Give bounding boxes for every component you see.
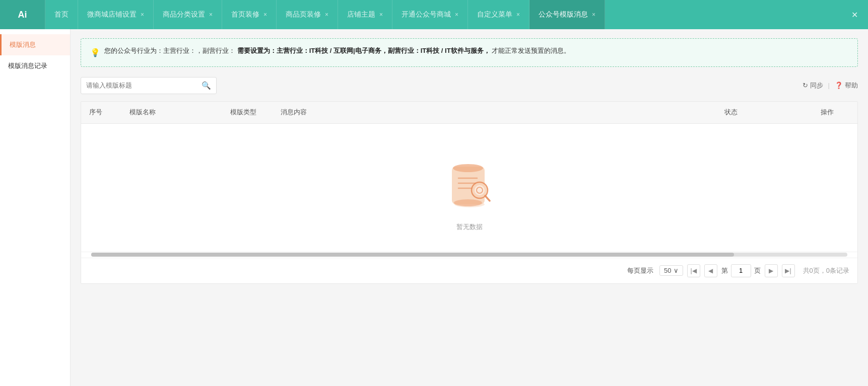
total-info: 共0页，0条记录 [803, 266, 849, 275]
nav-tab-custom-menu[interactable]: 自定义菜单 × [468, 0, 529, 29]
search-icon[interactable]: 🔍 [202, 81, 211, 90]
close-home-decor[interactable]: × [263, 11, 267, 18]
main-layout: 模版消息 模版消息记录 💡 您的公众号行业为：主营行业：，副营行业： 需要设置为… [0, 29, 868, 386]
last-page-button[interactable]: ▶| [782, 264, 795, 277]
table-header: 序号 模版名称 模版类型 消息内容 状态 操作 [81, 102, 857, 124]
search-box: 🔍 [81, 77, 217, 94]
logo-tab: Ai [0, 0, 45, 29]
sidebar-item-template-msg[interactable]: 模版消息 [0, 34, 70, 55]
help-circle-icon: ❓ [835, 82, 843, 89]
nav-tab-shop-theme-label: 店铺主题 [347, 10, 375, 19]
th-action-label: 操作 [821, 108, 834, 117]
th-index-label: 序号 [89, 108, 102, 117]
nav-tab-shop-settings-label: 微商城店铺设置 [87, 10, 137, 19]
info-banner-text: 您的公众号行业为：主营行业：，副营行业： 需要设置为：主营行业：IT科技 / 互… [104, 46, 570, 56]
first-page-button[interactable]: |◀ [687, 264, 700, 277]
svg-point-3 [454, 199, 482, 206]
sidebar-item-template-log-label: 模版消息记录 [8, 62, 47, 69]
sidebar: 模版消息 模版消息记录 [0, 29, 71, 386]
th-action: 操作 [797, 108, 857, 117]
sidebar-item-template-msg-label: 模版消息 [10, 41, 36, 48]
info-banner: 💡 您的公众号行业为：主营行业：，副营行业： 需要设置为：主营行业：IT科技 /… [81, 38, 858, 67]
nav-tab-product-decor[interactable]: 商品页装修 × [277, 0, 338, 29]
nav-tab-product-category-label: 商品分类设置 [163, 10, 205, 19]
th-status-label: 状态 [724, 108, 738, 117]
th-index: 序号 [81, 108, 121, 117]
info-prefix: 您的公众号行业为：主营行业：，副营行业： [104, 47, 235, 54]
th-type: 模版类型 [222, 108, 273, 117]
pagination: 每页显示 50 ∨ |◀ ◀ 第 页 ▶ ▶| 共0页，0条记录 [81, 258, 857, 283]
sync-button[interactable]: ↻ 同步 [803, 81, 823, 90]
close-product-category[interactable]: × [209, 11, 213, 18]
search-input[interactable] [86, 82, 198, 89]
nav-tab-custom-menu-label: 自定义菜单 [477, 10, 512, 19]
search-row: 🔍 ↻ 同步 | ❓ 帮助 [81, 77, 858, 94]
close-open-mall[interactable]: × [455, 11, 458, 18]
per-page-select[interactable]: 50 ∨ [659, 265, 683, 276]
empty-state: 暂无数据 [81, 124, 857, 252]
info-suffix: 才能正常发送预置的消息。 [492, 47, 570, 54]
table-wrapper: 序号 模版名称 模版类型 消息内容 状态 操作 [81, 101, 858, 284]
sidebar-item-template-log[interactable]: 模版消息记录 [0, 55, 70, 76]
help-label: 帮助 [845, 81, 858, 90]
per-page-label: 每页显示 [627, 266, 653, 275]
sync-help-area: ↻ 同步 | ❓ 帮助 [803, 81, 858, 90]
nav-tab-template-msg-label: 公众号模版消息 [539, 10, 588, 19]
content-area: 💡 您的公众号行业为：主营行业：，副营行业： 需要设置为：主营行业：IT科技 /… [71, 29, 868, 386]
th-content-label: 消息内容 [281, 108, 307, 117]
scrollbar-row [81, 252, 857, 258]
th-content: 消息内容 [273, 108, 716, 117]
close-shop-theme[interactable]: × [379, 11, 383, 18]
empty-state-icon [439, 154, 500, 214]
toolbar-divider: | [828, 82, 830, 89]
sync-icon: ↻ [803, 82, 808, 89]
page-label-text: 第 [721, 266, 728, 275]
chevron-down-icon: ∨ [674, 267, 679, 274]
nav-tab-product-category[interactable]: 商品分类设置 × [154, 0, 222, 29]
nav-tab-open-mall-label: 开通公众号商城 [402, 10, 451, 19]
close-product-decor[interactable]: × [325, 11, 328, 18]
page-number-input[interactable] [731, 264, 751, 277]
close-all-tabs-button[interactable]: ✕ [841, 0, 868, 29]
page-unit-text: 页 [754, 266, 761, 275]
nav-tab-template-msg[interactable]: 公众号模版消息 × [529, 0, 605, 29]
nav-tab-shop-theme[interactable]: 店铺主题 × [338, 0, 392, 29]
scrollbar-thumb[interactable] [91, 253, 734, 257]
nav-tab-home-label: 首页 [54, 10, 69, 19]
nav-tab-home-decor[interactable]: 首页装修 × [222, 0, 277, 29]
empty-text: 暂无数据 [456, 222, 483, 231]
close-template-msg[interactable]: × [592, 11, 595, 18]
scrollbar-track [91, 253, 847, 257]
nav-tab-home[interactable]: 首页 [45, 0, 78, 29]
sync-label: 同步 [810, 81, 823, 90]
th-name-label: 模版名称 [129, 108, 156, 117]
page-input-area: 第 页 [721, 264, 761, 277]
nav-tab-shop-settings[interactable]: 微商城店铺设置 × [78, 0, 154, 29]
logo-text: Ai [18, 10, 27, 20]
close-shop-settings[interactable]: × [141, 11, 144, 18]
close-custom-menu[interactable]: × [516, 11, 520, 18]
th-type-label: 模版类型 [230, 108, 256, 117]
top-nav: Ai 首页 微商城店铺设置 × 商品分类设置 × 首页装修 × 商品页装修 × … [0, 0, 868, 29]
per-page-value: 50 [664, 267, 671, 274]
bulb-icon: 💡 [90, 46, 100, 59]
info-highlight: 需要设置为：主营行业：IT科技 / 互联网|电子商务，副营行业：IT科技 / I… [237, 47, 490, 54]
svg-line-9 [485, 196, 490, 201]
th-status: 状态 [716, 108, 797, 117]
nav-tab-open-mall[interactable]: 开通公众号商城 × [392, 0, 468, 29]
th-name: 模版名称 [121, 108, 222, 117]
nav-tab-product-decor-label: 商品页装修 [286, 10, 321, 19]
prev-page-button[interactable]: ◀ [704, 264, 717, 277]
next-page-button[interactable]: ▶ [765, 264, 778, 277]
svg-point-2 [453, 164, 483, 172]
nav-tab-home-decor-label: 首页装修 [231, 10, 259, 19]
help-button[interactable]: ❓ 帮助 [835, 81, 858, 90]
